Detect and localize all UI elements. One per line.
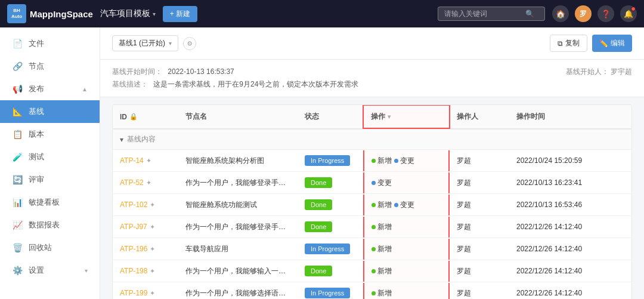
lock-icon: 🔒 [129,113,138,121]
settings-expand-icon: ▾ [85,267,88,274]
test-icon: 🧪 [12,152,23,162]
sidebar-item-settings[interactable]: ⚙️ 设置 ▾ [0,259,100,282]
edit-button[interactable]: ✏️ 编辑 [592,35,632,52]
id-link[interactable]: ATP-52 [120,178,144,187]
cell-action: 新增 [363,283,450,300]
header-icons: 🏠 罗 ❓ 🔔 [552,5,637,22]
id-link[interactable]: ATP-102 [120,201,147,209]
sidebar-item-baseline[interactable]: 📐 基线 [0,100,100,123]
id-link[interactable]: ATP-J97 [120,223,147,231]
copy-button[interactable]: ⧉ 复制 [550,35,587,52]
id-link[interactable]: ATP-199 [120,289,147,297]
table-row: ATP-52✦作为一个用户，我能够登录手机账…Done变更 罗超2022/10/… [113,172,631,194]
action-dot [371,269,376,273]
cell-action: 变更 [363,172,450,193]
sidebar-item-kanban[interactable]: 📊 敏捷看板 [0,191,100,214]
status-badge: In Progress [305,243,350,254]
nodes-icon: 🔗 [12,61,23,71]
th-status: 状态 [298,105,363,128]
table-row: ATP-14✦智能座舱系统架构分析图In Progress新增 变更 罗超202… [113,150,631,172]
desc-row: 基线描述： 这是一条需求基线，用于在9月24号之前，锁定本次版本开发需求 [112,79,358,90]
kanban-icon: 📊 [12,198,23,207]
cell-status: In Progress [298,282,363,299]
star-icon[interactable]: ✦ [150,245,155,253]
star-icon[interactable]: ✦ [150,223,155,231]
expand-icon[interactable]: ▾ [120,135,123,144]
help-icon[interactable]: ❓ [597,5,614,22]
action-dot [371,225,376,229]
id-link[interactable]: ATP-196 [120,245,147,253]
star-icon[interactable]: ✦ [146,157,151,165]
publish-icon: 📢 [12,84,23,94]
cell-operator: 罗超 [450,239,509,260]
cell-operator: 罗超 [450,217,509,238]
cell-time: 2022/12/26 14:12:40 [509,261,628,280]
cell-action: 新增 [363,239,450,260]
cell-name: 智能座舱系统架构分析图 [178,150,298,171]
versions-icon: 📋 [12,130,23,139]
star-icon[interactable]: ✦ [146,179,151,187]
start-time-row: 基线开始时间： 2022-10-13 16:53:37 [112,67,358,77]
avatar[interactable]: 罗 [575,5,592,22]
search-icon[interactable]: 🔍 [525,10,534,18]
sidebar: 📄 文件 🔗 节点 📢 发布 ▲ 📐 基线 📋 版本 🧪 测试 🔄 [0,27,100,299]
files-icon: 📄 [12,39,23,48]
sidebar-item-reports[interactable]: 📈 数据报表 [0,214,100,236]
cell-id: ATP-198✦ [113,261,178,280]
cell-time: 2022/10/13 16:23:41 [509,173,628,192]
sidebar-item-test[interactable]: 🧪 测试 [0,146,100,168]
cell-copy: ⧉ [628,283,632,299]
home-icon[interactable]: 🏠 [552,5,569,22]
action-item: 新增 [371,266,392,276]
th-copy [628,105,632,128]
action-dot [371,247,376,251]
topbar-actions: ⧉ 复制 ✏️ 编辑 [550,35,632,52]
status-badge: Done [305,266,332,276]
circle-action-button[interactable]: ⊙ [183,37,196,50]
cell-name: 作为一个用户，我能够登录手机账… [178,217,298,238]
table-body: ATP-14✦智能座舱系统架构分析图In Progress新增 变更 罗超202… [113,150,631,299]
search-input[interactable] [444,10,522,18]
sidebar-item-publish[interactable]: 📢 发布 ▲ [0,78,100,100]
cell-copy: ⧉ [628,217,632,237]
creator-info: 基线开始人： 罗宇超 [566,67,632,77]
filter-icon[interactable]: ▾ [388,113,391,120]
cell-name: 作为一个用户，我能够选择语音播… [178,283,298,300]
star-icon[interactable]: ✦ [150,201,155,209]
cell-id: ATP-199✦ [113,283,178,299]
star-icon[interactable]: ✦ [150,267,155,275]
sidebar-item-nodes[interactable]: 🔗 节点 [0,55,100,78]
edit-icon: ✏️ [599,39,608,48]
cell-id: ATP-196✦ [113,239,178,258]
cell-time: 2022/12/26 14:12:40 [509,239,628,258]
cell-copy: ⧉ [628,261,632,281]
notification-icon[interactable]: 🔔 [620,5,637,22]
cell-name: 作为一个用户，我能够登录手机账… [178,172,298,193]
cell-action: 新增 [363,261,450,282]
settings-icon: ⚙️ [12,266,23,275]
status-badge: Done [305,177,332,188]
sidebar-item-trash[interactable]: 🗑️ 回收站 [0,236,100,259]
action-item: 变更 [371,178,392,188]
table-row: ATP-198✦作为一个用户，我能够输入一个地…Done新增 罗超2022/12… [113,260,631,282]
sidebar-item-files[interactable]: 📄 文件 [0,32,100,55]
app-title: MappIngSpace [30,9,93,19]
action-item: 新增 [371,222,392,232]
trash-icon: 🗑️ [12,243,23,252]
sidebar-item-review[interactable]: 🔄 评审 [0,168,100,191]
th-time: 操作时间 [509,105,628,128]
table-row: ATP-196✦车载导航应用In Progress新增 罗超2022/12/26… [113,238,631,260]
project-name[interactable]: 汽车项目模板 ▾ [100,8,156,19]
new-button[interactable]: + 新建 [163,6,197,22]
topbar: 基线1 (已开始) ▾ ⊙ ⧉ 复制 ✏️ 编辑 [100,27,644,60]
action-dot [371,203,376,207]
id-link[interactable]: ATP-198 [120,267,147,275]
star-icon[interactable]: ✦ [150,289,155,297]
id-link[interactable]: ATP-14 [120,156,144,165]
logo-area: BHAuto MappIngSpace [7,4,93,23]
baseline-dropdown[interactable]: 基线1 (已开始) ▾ [112,35,178,51]
cell-action: 新增 [363,217,450,238]
sidebar-item-versions[interactable]: 📋 版本 [0,123,100,146]
action-item: 新增 [371,244,392,254]
status-badge: In Progress [305,288,350,298]
